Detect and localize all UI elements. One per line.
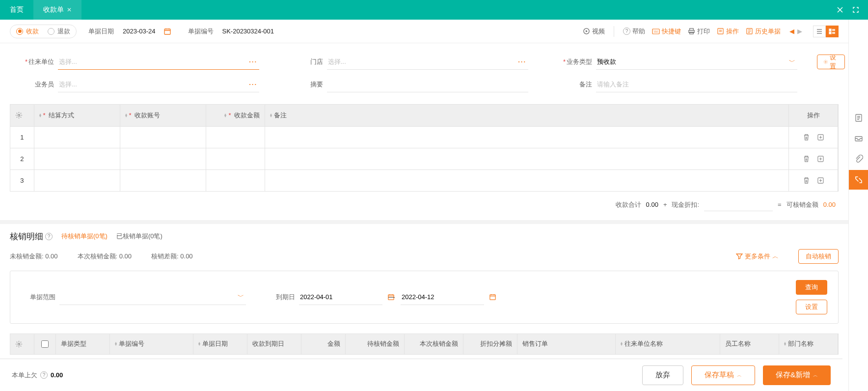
view-list-icon[interactable]	[813, 26, 826, 37]
vcol-due[interactable]: 收款到期日	[247, 334, 301, 355]
tab-receipt[interactable]: 收款单 ✕	[33, 0, 81, 20]
add-row-icon[interactable]	[817, 177, 824, 184]
save-new-button[interactable]: 保存&新增︿	[763, 365, 831, 385]
store-label: 门店	[279, 57, 323, 66]
owed-display: 本单上欠 ? 0.00	[12, 371, 63, 380]
tab-home[interactable]: 首页	[0, 0, 33, 20]
add-row-icon[interactable]	[817, 155, 824, 163]
fullscreen-icon[interactable]	[851, 5, 860, 14]
history-link[interactable]: 历史单据	[746, 27, 781, 36]
col-amount[interactable]: *收款金额	[206, 105, 265, 126]
sum-value: 0.00	[646, 201, 658, 208]
biztype-label: *业务类型	[548, 57, 592, 66]
gear-icon[interactable]	[15, 340, 29, 348]
svg-rect-9	[829, 32, 831, 34]
date-to-input[interactable]	[401, 289, 484, 305]
salesman-input[interactable]: ···	[58, 77, 259, 92]
final-value: 0.00	[823, 201, 836, 208]
rail-expand-icon[interactable]	[849, 170, 868, 190]
help-icon[interactable]: ?	[45, 233, 53, 240]
window-close-icon[interactable]	[836, 5, 844, 14]
vcol-customer[interactable]: 往来单位名称	[615, 334, 720, 355]
range-label: 单据范围	[21, 293, 55, 302]
payment-lines-table: *结算方式 *收款账号 *收款金额 备注 操作 123	[10, 104, 839, 192]
select-all-checkbox[interactable]	[41, 340, 49, 348]
add-row-icon[interactable]	[817, 134, 824, 141]
bill-date-value[interactable]: 2023-03-24	[123, 28, 156, 35]
rail-attachment-icon[interactable]	[849, 149, 868, 169]
vcol-saleorder[interactable]: 销售订单	[517, 334, 615, 355]
verify-title: 核销明细?	[10, 231, 53, 242]
more-icon[interactable]: ···	[518, 58, 526, 65]
right-rail	[848, 20, 868, 391]
calendar-icon[interactable]	[163, 28, 171, 35]
vcol-pending[interactable]: 待核销金额	[345, 334, 404, 355]
vcol-date[interactable]: 单据日期	[193, 334, 247, 355]
prev-doc-icon[interactable]: ◀	[789, 28, 794, 35]
remark-label: 备注	[548, 80, 592, 89]
table-row[interactable]: 2	[10, 148, 838, 169]
radio-refund[interactable]: 退款	[48, 27, 70, 36]
table-row[interactable]: 1	[10, 126, 838, 148]
range-select[interactable]: ﹀	[59, 289, 246, 305]
table-row[interactable]: 3	[10, 169, 838, 191]
settings-button[interactable]: 设置	[817, 55, 845, 69]
delete-row-icon[interactable]	[803, 177, 810, 184]
footer-bar: 本单上欠 ? 0.00 放弃 保存草稿︿ 保存&新增︿	[0, 359, 842, 391]
radio-receive[interactable]: 收款	[16, 27, 39, 36]
vcol-amount[interactable]: 金额	[301, 334, 345, 355]
customer-input[interactable]: ···	[58, 54, 259, 70]
salesman-label: 业务员	[10, 80, 54, 89]
tab-pending[interactable]: 待核销单据(0笔)	[61, 232, 108, 241]
tab-bar: 首页 收款单 ✕	[0, 0, 868, 20]
vcol-emp[interactable]: 员工名称	[720, 334, 779, 355]
chevron-down-icon[interactable]: ﹀	[238, 292, 244, 301]
more-icon[interactable]: ···	[249, 58, 257, 65]
biztype-select[interactable]: ﹀	[596, 54, 797, 70]
remark-input[interactable]	[596, 77, 797, 92]
calendar-icon[interactable]	[489, 293, 496, 301]
help-icon[interactable]: ?	[40, 371, 48, 379]
col-account[interactable]: *收款账号	[120, 105, 206, 126]
summary-input[interactable]	[327, 77, 528, 92]
svg-point-11	[18, 114, 20, 116]
more-filter-toggle[interactable]: 更多条件 ︿	[736, 252, 779, 261]
chevron-down-icon[interactable]: ﹀	[789, 57, 795, 66]
filter-settings-button[interactable]: 设置	[796, 300, 827, 314]
view-detail-icon[interactable]	[826, 26, 839, 37]
vcol-dept[interactable]: 部门名称	[779, 334, 838, 355]
svg-rect-0	[164, 29, 170, 34]
svg-rect-6	[718, 28, 723, 34]
shortcut-link[interactable]: 快捷键	[652, 27, 681, 36]
help-link[interactable]: ?帮助	[623, 27, 645, 36]
col-remark[interactable]: 备注	[265, 105, 789, 126]
operate-link[interactable]: 操作	[717, 27, 739, 36]
col-action: 操作	[789, 105, 838, 126]
close-icon[interactable]: ✕	[67, 6, 72, 13]
delete-row-icon[interactable]	[803, 155, 810, 163]
date-from-input[interactable]	[299, 289, 382, 305]
auto-verify-button[interactable]: 自动核销	[798, 249, 839, 264]
vcol-this[interactable]: 本次核销金额	[404, 334, 463, 355]
print-link[interactable]: 打印	[688, 27, 710, 36]
next-doc-icon[interactable]: ▶	[797, 28, 802, 35]
rail-inbox-icon[interactable]	[849, 129, 868, 148]
chevron-up-icon: ︿	[813, 372, 818, 379]
rail-note-icon[interactable]	[849, 108, 868, 128]
save-draft-button[interactable]: 保存草稿︿	[691, 365, 755, 385]
vcol-discount[interactable]: 折扣分摊额	[463, 334, 517, 355]
cash-discount-input[interactable]	[704, 198, 773, 211]
tab-done[interactable]: 已核销单据(0笔)	[116, 232, 163, 241]
vcol-type[interactable]: 单据类型	[55, 334, 109, 355]
query-button[interactable]: 查询	[796, 280, 827, 295]
more-icon[interactable]: ···	[249, 81, 257, 88]
gear-icon[interactable]	[15, 112, 29, 119]
svg-rect-8	[829, 29, 831, 31]
video-link[interactable]: 视频	[583, 27, 605, 36]
discard-button[interactable]: 放弃	[642, 365, 683, 385]
col-settle[interactable]: *结算方式	[34, 105, 120, 126]
store-input[interactable]: ···	[327, 54, 528, 70]
vcol-no[interactable]: 单据编号	[109, 334, 193, 355]
amt-unwritten: 未核销金额: 0.00	[10, 252, 58, 261]
delete-row-icon[interactable]	[803, 134, 810, 141]
